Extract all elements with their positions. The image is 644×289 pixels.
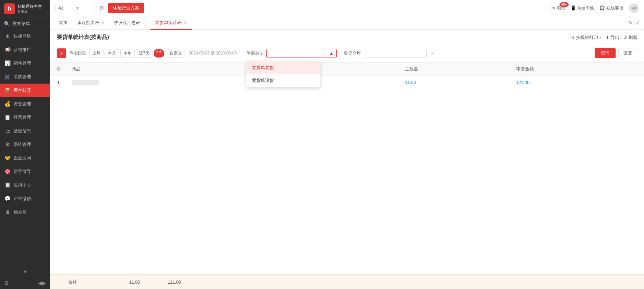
sidebar-item-finance[interactable]: 💰 资金管理 <box>0 97 50 111</box>
settings-button[interactable]: 设置 <box>618 48 637 58</box>
dropdown-item-order-return[interactable]: 要货单退货 <box>246 74 320 87</box>
type-chevron-up-icon[interactable]: ▲ <box>329 50 336 56</box>
settings-icon[interactable]: ⚙ <box>4 280 9 286</box>
amount-link[interactable]: 121.00 <box>516 80 530 85</box>
export-icon: ⬇ <box>605 35 609 40</box>
tab-inventory-batch-close[interactable]: ✕ <box>101 20 104 25</box>
row-no: 1 <box>50 76 67 89</box>
quick-nav-icon: ⊞ <box>4 33 11 39</box>
wechat-icon: 💬 <box>4 196 11 202</box>
warehouse-input[interactable] <box>364 49 427 58</box>
tab-order-stats-close[interactable]: ✕ <box>184 20 187 25</box>
export-button[interactable]: ⬇ 导出 <box>605 35 619 41</box>
product-placeholder <box>72 80 99 85</box>
print-chevron-icon: ▾ <box>599 35 601 40</box>
sales-icon: 📊 <box>4 60 11 66</box>
type-label: 单据类型 <box>246 50 264 56</box>
topbar-gear-icon[interactable]: ⚙ <box>99 5 104 11</box>
sidebar-item-label: 营销推广 <box>14 47 31 53</box>
inventory-icon: 📦 <box>4 87 11 93</box>
topbar: 41 ▾ ⚙ 体验行业方案 ✉ 消息 99+ 📱 App下载 🎧 在线客服 Ri… <box>50 0 644 16</box>
date-label: 单据日期 <box>69 50 87 56</box>
sidebar-item-inventory[interactable]: 📦 库存核算 <box>0 84 50 97</box>
trial-button[interactable]: 体验行业方案 <box>108 3 144 13</box>
collapse-icon[interactable]: ◀▶ <box>38 280 46 286</box>
sidebar-logo: b 畅捷通好生意 标准版 <box>0 0 50 18</box>
custom-date-btn[interactable]: 自定义 <box>167 49 185 58</box>
expand-tabs-icon[interactable]: ⤢ <box>636 20 640 26</box>
sidebar-item-wechat[interactable]: 💬 企业微信 <box>0 192 50 205</box>
sidebar-item-system[interactable]: ⚙ 系统管理 <box>0 138 50 151</box>
table-row: 1 块 11.00 121.00 <box>50 76 644 89</box>
tab-inventory-batch[interactable]: 库存批次账 ✕ <box>72 16 109 30</box>
brand-name: 畅捷通好生意 <box>18 4 42 9</box>
row-qty: 11.00 <box>400 76 511 89</box>
online-service-label: 在线客服 <box>606 5 624 11</box>
guide-icon: 🎯 <box>4 169 11 175</box>
sidebar-item-label: 资金管理 <box>14 101 31 107</box>
col-amount: 零售金额 <box>511 63 644 76</box>
filter-expand-button[interactable]: » <box>57 48 66 58</box>
company-selector[interactable]: 41 ▾ <box>55 4 96 12</box>
sidebar-item-vip[interactable]: ♛ 畅会员 <box>0 205 50 219</box>
dropdown-item-order-goods[interactable]: 要货单要货 <box>246 61 320 74</box>
company-selector-text: 41 <box>58 5 75 10</box>
sidebar-item-label: 销售管理 <box>14 60 31 66</box>
system-icon: ⚙ <box>4 141 11 148</box>
close-all-tabs-icon[interactable]: ✕ <box>628 20 633 26</box>
sidebar-scroll-down[interactable]: ▾ <box>0 267 50 277</box>
sidebar-item-marketing[interactable]: 📢 营销推广 <box>0 43 50 57</box>
date-quick-buttons: 上月 本月 本年 近7天 更多 <box>89 49 164 58</box>
sidebar-item-quick-nav[interactable]: ⊞ 快捷导航 <box>0 29 50 43</box>
sidebar-item-label: 应用中心 <box>14 182 31 188</box>
type-dropdown: 要货单要货 要货单退货 <box>246 61 320 87</box>
sidebar-menu: ⊞ 快捷导航 📢 营销推广 📊 销售管理 🛒 采购管理 📦 库存核算 💰 资金管… <box>0 29 50 267</box>
main-content: 41 ▾ ⚙ 体验行业方案 ✉ 消息 99+ 📱 App下载 🎧 在线客服 Ri… <box>50 0 644 289</box>
tab-order-stats[interactable]: 要货单统计表 ✕ <box>150 16 192 30</box>
user-avatar[interactable]: Rit <box>629 3 639 13</box>
last-month-btn[interactable]: 上月 <box>89 49 103 58</box>
print-button[interactable]: 🖨 按模板打印 ▾ <box>570 35 601 41</box>
message-icon: ✉ <box>551 5 555 10</box>
sidebar-item-purchase[interactable]: 🛒 采购管理 <box>0 70 50 84</box>
purchase-icon: 🛒 <box>4 74 11 80</box>
tab-receivables-summary-close[interactable]: ✕ <box>142 20 146 25</box>
sidebar-search[interactable]: 🔍 搜索菜单 <box>0 18 50 29</box>
col-product: 商品 <box>67 63 246 76</box>
dropdown-item-order-return-label: 要货单退货 <box>252 78 274 83</box>
sidebar-item-guide[interactable]: 🎯 新手引导 <box>0 165 50 178</box>
sidebar-item-label: 系统管理 <box>14 141 31 148</box>
basics-icon: 🗂 <box>4 128 11 134</box>
sidebar-item-sales[interactable]: 📊 销售管理 <box>0 57 50 70</box>
more-filter-icon[interactable]: ··· <box>431 50 435 56</box>
date-range-display: 2023-05-06 至 2023-06-06 <box>189 50 237 56</box>
this-month-btn[interactable]: 本月 <box>105 49 119 58</box>
col-qty: 主数量 <box>400 63 511 76</box>
filter-bar: » 单据日期 上月 本月 本年 近7天 更多 自定义 2023-05-06 至 … <box>50 44 644 63</box>
sidebar-item-basics[interactable]: 🗂 基础信息 <box>0 124 50 138</box>
tab-home[interactable]: 首页 <box>54 16 72 30</box>
sidebar: b 畅捷通好生意 标准版 🔍 搜索菜单 ⊞ 快捷导航 📢 营销推广 📊 销售管理… <box>0 0 50 289</box>
online-service-action[interactable]: 🎧 在线客服 <box>599 5 624 11</box>
enterprise-icon: 🤝 <box>4 155 11 161</box>
export-label: 导出 <box>611 35 619 41</box>
messages-action[interactable]: ✉ 消息 99+ <box>551 5 565 11</box>
tabs-bar: 首页 库存批次账 ✕ 收发存汇总表 ✕ 要货单统计表 ✕ ✕ ⤢ <box>50 16 644 30</box>
sidebar-item-app-center[interactable]: 🔲 应用中心 <box>0 178 50 192</box>
tab-receivables-summary[interactable]: 收发存汇总表 ✕ <box>109 16 150 30</box>
query-button[interactable]: 查询 <box>595 48 616 58</box>
column-settings-icon[interactable]: ⚙ <box>56 66 61 72</box>
col-settings[interactable]: ⚙ <box>50 63 67 76</box>
sidebar-item-label: 库存核算 <box>14 87 31 93</box>
sidebar-item-enterprise[interactable]: 🤝 企业协同 <box>0 151 50 165</box>
phone-icon: 📱 <box>571 5 576 10</box>
this-year-btn[interactable]: 本年 <box>120 49 135 58</box>
app-logo-icon: b <box>4 3 15 14</box>
type-input[interactable] <box>267 49 329 58</box>
refresh-button[interactable]: ↺ 刷新 <box>623 35 637 41</box>
app-download-action[interactable]: 📱 App下载 <box>571 5 594 11</box>
qty-link[interactable]: 11.00 <box>405 80 416 85</box>
last-7-days-btn[interactable]: 近7天 <box>136 49 152 58</box>
sidebar-bottom: ⚙ ◀▶ <box>0 277 50 289</box>
sidebar-item-operations[interactable]: 📋 经营管理 <box>0 111 50 124</box>
